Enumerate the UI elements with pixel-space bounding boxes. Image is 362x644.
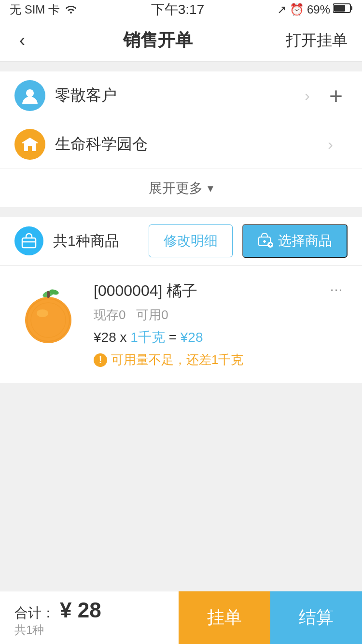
- svg-rect-4: [22, 238, 36, 248]
- alarm-icon: ⏰: [290, 3, 304, 16]
- battery-level: 69%: [307, 3, 330, 16]
- status-left: 无 SIM 卡: [10, 2, 78, 17]
- warehouse-icon: [14, 129, 45, 160]
- expand-arrow-icon: ▾: [208, 182, 213, 195]
- product-id: [0000004]: [94, 282, 167, 299]
- available-stock: 可用0: [136, 308, 168, 322]
- product-icon: [14, 226, 43, 255]
- bottom-bar: 合计： ¥ 28 共1种 挂单 结算: [0, 591, 362, 644]
- equals: =: [169, 330, 181, 345]
- customer-avatar: [14, 80, 45, 111]
- product-name: 橘子: [167, 282, 197, 299]
- section-divider-1: [0, 62, 362, 71]
- product-info: [0000004] 橘子 现存0 可用0 ¥28 x 1千克 = ¥28 ! 可…: [94, 280, 313, 368]
- warning-text: 可用量不足，还差1千克: [111, 351, 243, 368]
- svg-rect-1: [350, 6, 352, 10]
- location-icon: ↗: [277, 3, 287, 16]
- select-product-button[interactable]: 选择商品: [242, 224, 348, 258]
- svg-point-14: [25, 297, 71, 343]
- svg-rect-18: [47, 291, 50, 298]
- product-item: [0000004] 橘子 现存0 可用0 ¥28 x 1千克 = ¥28 ! 可…: [0, 266, 362, 383]
- status-bar: 无 SIM 卡 下午3:17 ↗ ⏰ 69%: [0, 0, 362, 19]
- checkout-button[interactable]: 结算: [270, 591, 362, 644]
- total-section: 合计： ¥ 28 共1种: [0, 598, 179, 638]
- more-options-button[interactable]: ···: [325, 280, 348, 298]
- modify-detail-button[interactable]: 修改明细: [149, 224, 233, 257]
- battery-icon: [333, 3, 352, 16]
- total-prefix: 合计：: [14, 604, 55, 622]
- warehouse-row[interactable]: 生命科学园仓 ›: [0, 120, 362, 168]
- svg-point-17: [37, 309, 48, 317]
- product-header: 共1种商品 修改明细 选择商品: [0, 217, 362, 265]
- wifi-icon: [64, 3, 78, 16]
- status-time: 下午3:17: [151, 0, 205, 19]
- product-warning: ! 可用量不足，还差1千克: [94, 351, 313, 368]
- expand-more-row[interactable]: 展开更多 ▾: [0, 168, 362, 207]
- warehouse-name: 生命科学园仓: [55, 134, 328, 155]
- customer-section: 零散客户 › + 生命科学园仓 › 展开更多 ▾: [0, 71, 362, 207]
- unit-price: ¥28 x: [94, 330, 130, 345]
- empty-area: [0, 383, 362, 624]
- open-pending-button[interactable]: 打开挂单: [286, 30, 348, 51]
- svg-rect-2: [334, 5, 345, 12]
- total-amount: ¥ 28: [60, 598, 101, 622]
- product-count: 共1种商品: [53, 231, 139, 251]
- total-sub: 共1种: [14, 622, 164, 638]
- expand-label: 展开更多: [149, 179, 203, 197]
- product-image: [14, 280, 82, 348]
- product-stock: 现存0 可用0: [94, 307, 313, 323]
- select-product-label: 选择商品: [278, 232, 332, 250]
- back-button[interactable]: ‹: [14, 26, 30, 56]
- product-title: [0000004] 橘子: [94, 280, 313, 302]
- customer-row[interactable]: 零散客户 › +: [0, 71, 362, 120]
- product-price-row: ¥28 x 1千克 = ¥28: [94, 328, 313, 347]
- sim-status: 无 SIM 卡: [10, 2, 60, 17]
- warning-icon: !: [94, 353, 107, 367]
- page-title: 销售开单: [123, 28, 193, 52]
- hang-button[interactable]: 挂单: [179, 591, 270, 644]
- select-product-icon: [258, 233, 273, 249]
- svg-point-3: [26, 89, 34, 97]
- total-price: ¥28: [181, 330, 203, 345]
- section-divider-2: [0, 207, 362, 217]
- add-customer-button[interactable]: +: [324, 83, 348, 109]
- quantity: 1千克: [130, 330, 165, 345]
- current-stock: 现存0: [94, 308, 125, 322]
- customer-chevron-icon: ›: [305, 87, 310, 105]
- customer-name: 零散客户: [55, 85, 305, 106]
- total-label: 合计： ¥ 28: [14, 598, 164, 622]
- status-right: ↗ ⏰ 69%: [277, 3, 352, 16]
- warehouse-chevron-icon: ›: [328, 136, 333, 154]
- nav-bar: ‹ 销售开单 打开挂单: [0, 19, 362, 62]
